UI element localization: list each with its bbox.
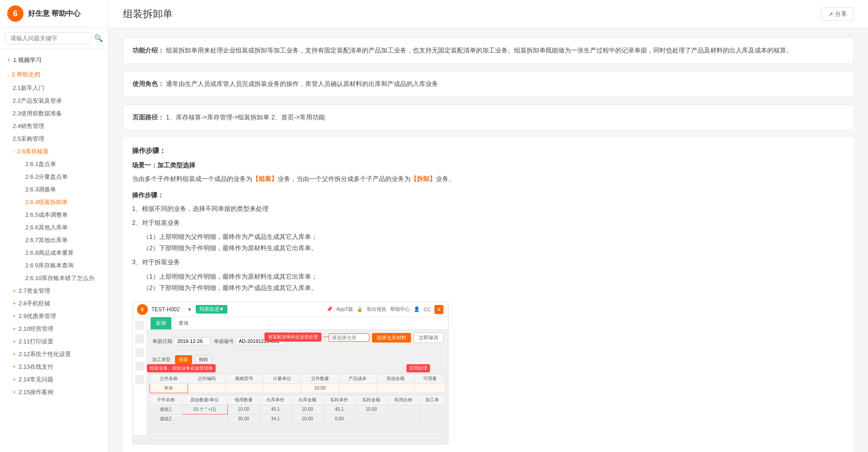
sidebar-item-2-9[interactable]: + 2.9优惠券管理 (13, 310, 108, 323)
mock-top-nav: ▼ 同票前进▼ (187, 305, 323, 314)
annotation-1-text: 有装配清单的在这里处理 (264, 333, 321, 342)
mock-sidebar-home-icon (135, 321, 144, 330)
expand-icon: + (7, 57, 10, 63)
mock-sidebar-user-icon (135, 375, 144, 384)
mock-sidebar-settings-icon (135, 362, 144, 371)
app-name: 好生意 帮助中心 (28, 9, 80, 19)
annotation-3: 启用处理 (406, 364, 430, 372)
mock-close-btn[interactable]: ✕ (434, 305, 443, 314)
main-content: 组装拆卸单 ↗ 分享 功能介绍： 组装拆卸单用来处理企业组装或拆卸等加工业务，支… (108, 0, 868, 452)
mock-main: 新增 查询 单据日期 单据编号 (147, 317, 448, 444)
intro-text: 组装拆卸单用来处理企业组装或拆卸等加工业务，支持有固定装配清单的产品加工业务，也… (166, 47, 793, 54)
role-text: 通常由生产人员或库管人员完成拆装业务的操作，库管人员确认原材料的出库和产成品的入… (166, 80, 438, 87)
annotation-2-text: 组装业务、拆卸业务在这里切换 (147, 364, 216, 372)
sidebar-item-2-6-7[interactable]: 2.6.7其他出库单 (25, 234, 108, 247)
step3a: （1）上部明细为父件明细，最终作为原材料生成其它出库单； (132, 271, 844, 282)
sidebar-item-2-13[interactable]: + 2.13在线支付 (13, 361, 108, 373)
sidebar-item-2-6-2[interactable]: 2.6.2分量盘点单 (25, 171, 108, 183)
sidebar-item-2-5[interactable]: 2.5采购管理 (13, 133, 108, 145)
intro-block: 功能介绍： 组装拆卸单用来处理企业组装或拆卸等加工业务，支持有固定装配清单的产品… (123, 38, 854, 64)
annotation-2: 组装业务、拆卸业务在这里切换 (147, 364, 216, 372)
step2a: （1）上部明细为父件明细，最终作为产成品生成其它入库单； (132, 231, 844, 243)
mock-save-btn[interactable]: 立即保存 (414, 333, 443, 343)
sidebar-item-2-6-5[interactable]: 2.6.5成本调整单 (25, 209, 108, 221)
mock-top-icons: 📌 AppT版 🔒 初出报告 帮助中心 👤 CC (326, 306, 431, 313)
page-title: 组装拆卸单 (123, 7, 173, 21)
sidebar-item-2-14[interactable]: + 2.14常见问题 (13, 373, 108, 386)
mock-tab-new[interactable]: 新增 (151, 317, 171, 329)
ops-steps-title: 操作步骤： (132, 191, 844, 200)
mock-type-assemble[interactable]: 组装 (175, 355, 192, 364)
mock-warehouse-input[interactable] (329, 333, 369, 342)
step2b: （2）下部明细为子件明细，最终作为原材料生成其它出库单。 (132, 243, 844, 254)
sidebar-item-2-7[interactable]: + 2.7资金管理 (13, 285, 108, 297)
mock-top-table-wrapper: 父件名称 父件编码 规格型号 计量单位 父件数量 产品成本 其他金额 可用量 (147, 374, 448, 393)
sidebar-item-2-2[interactable]: 2.2产品安装及登录 (13, 95, 108, 107)
sidebar-item-2-6-4[interactable]: 2.6.4组装拆卸单 (25, 196, 108, 209)
intro-label: 功能介绍： (132, 47, 164, 54)
role-label: 使用角色： (132, 80, 164, 87)
sidebar-item-2-8[interactable]: + 2.8手机旺铺 (13, 297, 108, 310)
role-block: 使用角色： 通常由生产人员或库管人员完成拆装业务的操作，库管人员确认原材料的出库… (123, 71, 854, 97)
collapse-icon-2-6: - (13, 148, 14, 155)
share-icon: ↗ (828, 11, 833, 18)
sidebar-item-2-6-9[interactable]: 2.6.9库存账本查询 (25, 259, 108, 272)
mock-logo: 6 (137, 304, 148, 315)
sidebar-item-2-6-10[interactable]: 2.6.10库存账本错了怎么办 (25, 272, 108, 285)
mock-bottom-row-3 (150, 423, 445, 432)
step1: 1、根据不同的业务，选择不同单据的类型来处理 (132, 203, 844, 214)
mock-bottom-row-1: 煤批1 10 个 * +(1) 10.00 45.1 10.00 45.1 10… (150, 404, 445, 414)
mock-sidebar-list-icon (135, 334, 144, 343)
share-button[interactable]: ↗ 分享 (821, 7, 854, 21)
step3: 3、对于拆装业务 (132, 257, 844, 268)
mock-body: 新增 查询 单据日期 单据编号 (132, 317, 448, 444)
sidebar-item-2-1[interactable]: 2.1新手入门 (13, 82, 108, 95)
sidebar-item-2-6-8[interactable]: 2.6.8商品成本重算 (25, 247, 108, 259)
sidebar-item-2-11[interactable]: + 2.11打印设置 (13, 335, 108, 348)
sidebar-item-2-15[interactable]: + 2.15操作案例 (13, 386, 108, 399)
annotation-3-text: 启用处理 (406, 364, 430, 372)
mock-bottom-table-wrapper: 子件名称 原始数量/单位 领用数量 出库单价 出库金额 实耗单价 实耗金额 耗用… (147, 395, 448, 444)
sidebar-item-2-6-6[interactable]: 2.6.6其他入库单 (25, 221, 108, 234)
mock-top-table-row: 米米 10.00 (150, 383, 445, 393)
mock-date-group: 单据日期 (152, 337, 210, 345)
sidebar-item-1[interactable]: + 1.视频学习 (0, 53, 108, 67)
sidebar: 6 好生意 帮助中心 🔍 + 1.视频学习 - 2.帮助文档 2.1新手入门 2… (0, 0, 108, 452)
path-block: 页面路径： 1、库存核算->库存管理->组装拆卸单 2、首页->常用功能 (123, 105, 854, 131)
sidebar-item-2-6-1[interactable]: 2.6.1盘点单 (25, 158, 108, 171)
mock-bottom-row-2: 煤批2 30.00 34.1 10.00 0.00 (150, 414, 445, 423)
ops-title: 操作步骤： (132, 147, 844, 155)
logo-icon: 6 (7, 5, 24, 22)
mock-company: TEST-H002 (151, 306, 180, 313)
sidebar-item-2-10[interactable]: + 2.10经营管理 (13, 323, 108, 335)
mock-app-bar: 6 TEST-H002 ▼ 同票前进▼ 📌 AppT版 🔒 初出报告 帮助中心 … (132, 302, 448, 317)
content-area: 功能介绍： 组装拆卸单用来处理企业组装或拆卸等加工业务，支持有固定装配清单的产品… (108, 29, 868, 452)
sidebar-item-2-6[interactable]: - 2.6库存核算 (13, 145, 108, 158)
step2: 2、对于组装业务 (132, 217, 844, 228)
path-text: 1、库存核算->库存管理->组装拆卸单 2、首页->常用功能 (166, 114, 325, 121)
mock-bottom-row-5 (150, 440, 445, 444)
search-button[interactable]: 🔍 (94, 34, 103, 43)
mock-tab-query[interactable]: 查询 (173, 317, 194, 329)
mock-date-input[interactable] (174, 337, 210, 345)
sidebar-item-2-3[interactable]: 2.3使用前数据准备 (13, 107, 108, 120)
sidebar-item-2-6-3[interactable]: 2.6.3调拨单 (25, 183, 108, 196)
path-label: 页面路径： (132, 114, 164, 121)
sidebar-nav: + 1.视频学习 - 2.帮助文档 2.1新手入门 2.2产品安装及登录 2.3… (0, 49, 108, 452)
sidebar-item-2[interactable]: - 2.帮助文档 (0, 67, 108, 82)
scene1-title: 场景一：加工类型选择 (132, 162, 844, 170)
mock-confirm-btn[interactable]: 选择仓库材料 (372, 333, 411, 343)
search-input[interactable] (5, 32, 91, 44)
mock-sidebar (132, 317, 147, 435)
scene1-desc: 当由多个子件材料组装成一个成品的业务为【组装】业务，当由一个父件拆分成多个子产品… (132, 173, 844, 185)
mock-bottom-table: 子件名称 原始数量/单位 领用数量 出库单价 出库金额 实耗单价 实耗金额 耗用… (150, 395, 445, 444)
collapse-icon: - (7, 71, 9, 78)
mock-right-form: 选择仓库材料 立即保存 (329, 333, 443, 343)
mock-nav-btn[interactable]: 同票前进▼ (196, 305, 228, 314)
sidebar-item-2-4[interactable]: 2.4销售管理 (13, 120, 108, 133)
mock-type-select: 加工类型 组装 拆卸 组装业务、拆卸业务在这里切换 启用处理 (147, 353, 448, 374)
mock-type-disassemble[interactable]: 拆卸 (195, 355, 212, 364)
mock-sidebar-plus-icon (135, 348, 144, 357)
mock-bottom-row-4 (150, 432, 445, 440)
sidebar-item-2-12[interactable]: + 2.12系统个性化设置 (13, 348, 108, 361)
